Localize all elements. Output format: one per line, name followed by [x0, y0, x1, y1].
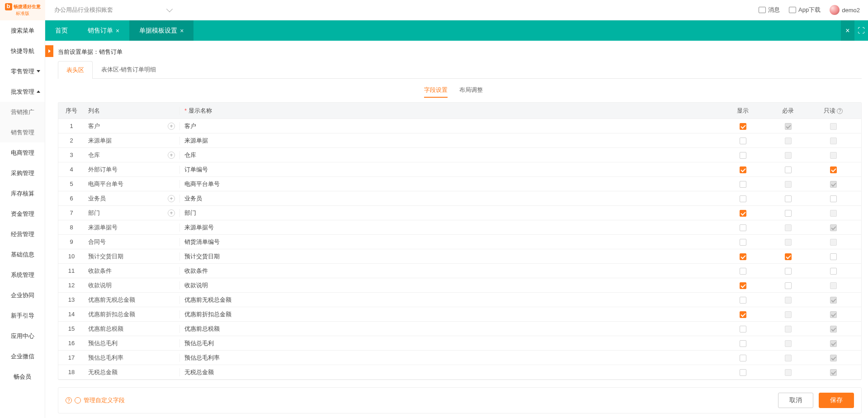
checkbox[interactable] — [740, 355, 746, 361]
sub-tab-layout[interactable]: 布局调整 — [459, 86, 483, 98]
close-icon[interactable]: × — [180, 27, 184, 34]
checkbox[interactable] — [740, 210, 746, 217]
sidebar-item-funds[interactable]: 资金管理 — [0, 204, 45, 224]
checkbox[interactable] — [740, 268, 746, 275]
sidebar-item-purchase[interactable]: 采购管理 — [0, 163, 45, 183]
checkbox[interactable] — [830, 268, 837, 275]
add-icon[interactable]: + — [168, 209, 175, 217]
manage-custom-fields-link[interactable]: ? 管理自定义字段 — [66, 396, 125, 404]
cell-display-name[interactable]: 优惠前无税总金额 — [179, 296, 720, 304]
add-icon[interactable]: + — [168, 195, 175, 202]
save-button[interactable]: 保存 — [819, 393, 854, 408]
sidebar-item-system[interactable]: 系统管理 — [0, 265, 45, 285]
sidebar-item-ecommerce[interactable]: 电商管理 — [0, 142, 45, 163]
cell-display-name[interactable]: 仓库 — [179, 151, 720, 159]
fullscreen-button[interactable]: ⛶ — [854, 20, 868, 41]
cell-show — [720, 209, 765, 216]
help-icon[interactable]: ? — [837, 108, 843, 114]
cell-display-name[interactable]: 销货清单编号 — [179, 238, 720, 246]
tab-home[interactable]: 首页 — [45, 20, 78, 41]
cell-seq: 15 — [58, 325, 85, 332]
checkbox[interactable] — [740, 195, 746, 202]
sidebar-item-member[interactable]: 畅会员 — [0, 366, 45, 387]
cell-display-name[interactable]: 客户 — [179, 122, 720, 130]
cell-col-name: 预估总毛利 — [85, 339, 179, 347]
cell-col-name: 预估总毛利率 — [85, 354, 179, 362]
sidebar-sub-marketing[interactable]: 营销推广 — [0, 102, 45, 122]
checkbox[interactable] — [740, 181, 746, 188]
checkbox[interactable] — [740, 297, 746, 304]
drawer-toggle[interactable] — [45, 45, 53, 57]
checkbox[interactable] — [785, 253, 792, 260]
messages-link[interactable]: 消息 — [759, 6, 780, 14]
add-icon[interactable]: + — [168, 123, 175, 130]
checkbox[interactable] — [740, 369, 746, 376]
cell-display-name[interactable]: 业务员 — [179, 195, 720, 203]
app-download-link[interactable]: App下载 — [789, 6, 821, 14]
cell-display-name[interactable]: 收款条件 — [179, 267, 720, 275]
checkbox[interactable] — [740, 138, 746, 144]
sidebar-item-guide[interactable]: 新手引导 — [0, 305, 45, 326]
area-tab-body[interactable]: 表体区-销售订单明细 — [93, 61, 165, 78]
cell-display-name[interactable]: 来源单据号 — [179, 223, 720, 232]
cell-display-name[interactable]: 来源单据 — [179, 137, 720, 145]
checkbox[interactable] — [740, 224, 746, 231]
checkbox[interactable] — [740, 253, 746, 260]
sidebar-item-wecom[interactable]: 企业微信 — [0, 346, 45, 366]
area-tab-header[interactable]: 表头区 — [58, 61, 93, 79]
checkbox[interactable] — [785, 282, 792, 289]
tab-template-settings[interactable]: 单据模板设置 × — [129, 20, 193, 41]
sidebar-item-inventory[interactable]: 库存核算 — [0, 183, 45, 204]
checkbox[interactable] — [785, 210, 792, 217]
ledger-select[interactable]: 办公用品行业模拟账套 — [54, 6, 172, 14]
checkbox[interactable] — [830, 166, 837, 173]
checkbox[interactable] — [785, 195, 792, 202]
checkbox[interactable] — [740, 311, 746, 318]
close-all-button[interactable]: × — [841, 20, 854, 41]
checkbox[interactable] — [740, 123, 746, 130]
sidebar-item-collab[interactable]: 企业协同 — [0, 285, 45, 305]
sidebar-item-retail[interactable]: 零售管理 — [0, 61, 45, 81]
cell-display-name[interactable]: 优惠前总税额 — [179, 325, 720, 333]
add-icon[interactable]: + — [168, 152, 175, 159]
tab-sales-order[interactable]: 销售订单 × — [78, 20, 129, 41]
cell-display-name[interactable]: 电商平台单号 — [179, 180, 720, 188]
cell-required — [765, 166, 811, 173]
cell-display-name[interactable]: 优惠前折扣总金额 — [179, 310, 720, 318]
cell-display-name[interactable]: 预估总毛利 — [179, 339, 720, 347]
cell-display-name[interactable]: 无税总金额 — [179, 368, 720, 376]
cell-show — [720, 137, 765, 144]
checkbox[interactable] — [740, 166, 746, 173]
cell-seq: 3 — [58, 152, 85, 158]
checkbox[interactable] — [740, 239, 746, 246]
cell-display-name[interactable]: 部门 — [179, 209, 720, 217]
cell-display-name[interactable]: 收款说明 — [179, 281, 720, 290]
sidebar-sub-sales[interactable]: 销售管理 — [0, 122, 45, 142]
cell-readonly — [811, 195, 856, 202]
sidebar-item-wholesale[interactable]: 批发管理 — [0, 81, 45, 102]
sidebar-item-operation[interactable]: 经营管理 — [0, 224, 45, 244]
sidebar-item-appcenter[interactable]: 应用中心 — [0, 326, 45, 346]
checkbox[interactable] — [785, 268, 792, 275]
sidebar-item-basicinfo[interactable]: 基础信息 — [0, 244, 45, 265]
checkbox[interactable] — [740, 282, 746, 289]
table-row: 16预估总毛利预估总毛利 — [58, 336, 861, 351]
sidebar-item-quicknav[interactable]: 快捷导航 — [0, 41, 45, 61]
cell-display-name[interactable]: 订单编号 — [179, 166, 720, 174]
checkbox[interactable] — [740, 152, 746, 159]
cell-readonly — [811, 238, 856, 245]
checkbox[interactable] — [740, 326, 746, 332]
checkbox[interactable] — [830, 253, 837, 260]
checkbox[interactable] — [830, 195, 837, 202]
cell-display-name[interactable]: 预计交货日期 — [179, 252, 720, 261]
checkbox[interactable] — [785, 166, 792, 173]
checkbox[interactable] — [740, 340, 746, 347]
sub-tab-fields[interactable]: 字段设置 — [424, 86, 448, 98]
cell-display-name[interactable]: 预估总毛利率 — [179, 354, 720, 362]
cell-readonly — [811, 223, 856, 231]
close-icon[interactable]: × — [116, 27, 119, 34]
cancel-button[interactable]: 取消 — [778, 393, 813, 408]
cell-col-name: 优惠前总税额 — [85, 325, 179, 333]
sidebar-item-search[interactable]: 搜索菜单 — [0, 20, 45, 41]
user-menu[interactable]: demo2 — [830, 5, 860, 15]
